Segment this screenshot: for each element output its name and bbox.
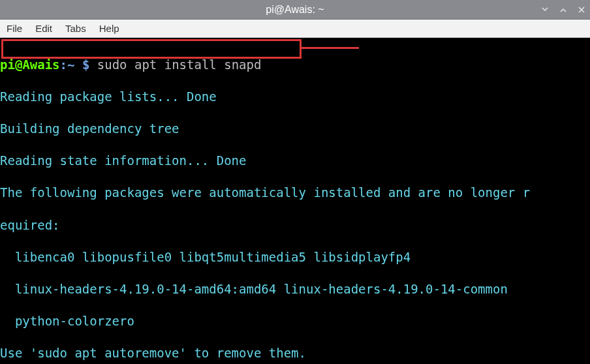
output-line: Reading package lists... Done xyxy=(0,89,590,105)
maximize-button[interactable] xyxy=(559,5,568,14)
output-line: libenca0 libopusfile0 libqt5multimedia5 … xyxy=(0,249,590,265)
prompt-line: pi@Awais:~ $ sudo apt install snapd xyxy=(0,57,590,73)
output-line: python-colorzero xyxy=(0,313,590,329)
minimize-button[interactable] xyxy=(540,5,550,14)
prompt-host: Awais xyxy=(22,57,59,72)
prompt-dollar: $ xyxy=(74,57,97,72)
menu-tabs[interactable]: Tabs xyxy=(64,22,87,35)
prompt-user: pi xyxy=(0,57,15,72)
output-line: equired: xyxy=(0,217,590,234)
close-button[interactable] xyxy=(577,5,586,14)
prompt-path: ~ xyxy=(67,57,74,72)
terminal[interactable]: pi@Awais:~ $ sudo apt install snapd Read… xyxy=(0,38,590,364)
prompt-colon: : xyxy=(60,57,67,72)
command-text: sudo apt install snapd xyxy=(97,57,262,72)
titlebar: pi@Awais: ~ xyxy=(0,0,590,20)
menubar: File Edit Tabs Help xyxy=(0,20,590,38)
output-line: linux-headers-4.19.0-14-amd64:amd64 linu… xyxy=(0,281,590,297)
menu-edit[interactable]: Edit xyxy=(34,22,54,35)
menu-file[interactable]: File xyxy=(5,22,23,35)
output-line: The following packages were automaticall… xyxy=(0,185,590,201)
window-title: pi@Awais: ~ xyxy=(266,4,324,16)
terminal-output: pi@Awais:~ $ sudo apt install snapd Read… xyxy=(0,38,590,364)
output-line: Reading state information... Done xyxy=(0,153,590,169)
output-line: Building dependency tree xyxy=(0,121,590,137)
prompt-at: @ xyxy=(15,57,22,72)
menu-help[interactable]: Help xyxy=(98,22,121,35)
output-line: Use 'sudo apt autoremove' to remove them… xyxy=(0,345,590,361)
window-controls xyxy=(540,0,586,19)
